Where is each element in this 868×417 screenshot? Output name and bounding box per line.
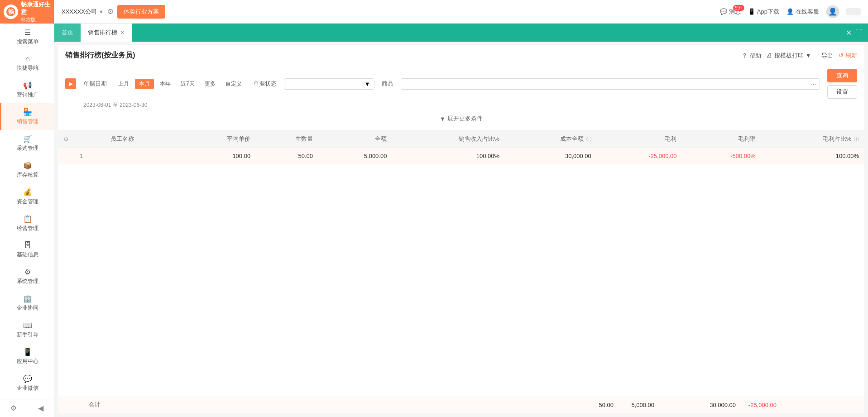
sidebar-icon-quick-nav: ⌂ [25, 55, 30, 63]
row-cost: 30,000.00 [505, 148, 597, 164]
sidebar-bottom: ⚙ ◀ [0, 399, 54, 417]
status-select[interactable]: ▼ [284, 78, 374, 90]
sidebar-icon-operation: 📋 [23, 215, 32, 223]
action-buttons: 查询 设置 [827, 69, 857, 99]
sidebar-icon-sales: 🏪 [23, 108, 32, 116]
sidebar-icon-finance: 💰 [23, 188, 32, 197]
company-name: XXXXXX公司 [62, 8, 97, 16]
sales-rank-tab-label: 销售排行榜 [88, 29, 117, 37]
sidebar-icon-marketing: 📢 [23, 81, 32, 90]
sidebar-label-sales: 销售管理 [17, 118, 38, 125]
sidebar-label-system: 系统管理 [17, 278, 38, 285]
sidebar-label-operation: 经营管理 [17, 225, 38, 232]
profit-pct-info-icon[interactable]: ⓘ [854, 136, 859, 142]
logo-text: 畅康通好生意 标准版 [21, 1, 50, 23]
status-dropdown-icon: ▼ [364, 81, 370, 87]
sidebar-icon-purchase: 🛒 [23, 134, 32, 143]
company-selector[interactable]: XXXXXX公司 ▼ [62, 8, 104, 16]
footer-label: 合计 [89, 401, 134, 409]
row-name [105, 148, 180, 164]
app-download-group[interactable]: 📱 App下载 [748, 8, 779, 16]
tab-sales-rank[interactable]: 销售排行榜 ✕ [81, 24, 132, 42]
date-tab-7days[interactable]: 近7天 [177, 79, 199, 89]
sidebar-item-marketing[interactable]: 📢 营销推广 [0, 77, 54, 103]
filter-expand-arrow[interactable]: ▶ [65, 78, 76, 89]
data-table: ⚙ 员工名称 平均单价 主数量 全额 销售收入占比% 成本全额 ⓘ 毛利 毛利率… [58, 130, 864, 164]
date-tab-more[interactable]: 更多 [201, 79, 220, 89]
avatar[interactable]: 👤 [826, 5, 839, 18]
refresh-button[interactable]: ↺ 刷新 [839, 52, 857, 60]
query-button[interactable]: 查询 [827, 69, 857, 82]
home-tab-label: 首页 [62, 29, 73, 37]
top-header: XXXXXX公司 ▼ ⚙ 体验行业方案 💬 消息 99+ 📱 App下载 👤 在… [54, 0, 868, 24]
footer-row: 合计 50.00 5,000.00 30,000.00 -25,000.00 [63, 401, 859, 409]
sidebar-label-wechat: 企业微信 [17, 384, 38, 392]
settings-small-button[interactable]: 设置 [827, 85, 857, 99]
svg-text:畅: 畅 [8, 8, 14, 15]
page-actions: ？ 帮助 🖨 按模板打印 ▼ ↑ 导出 ↺ 刷新 [742, 52, 857, 60]
col-sales-pct: 销售收入占比% [392, 130, 505, 148]
sidebar-item-operation[interactable]: 📋 经营管理 [0, 210, 54, 237]
sidebar-label-finance: 资金管理 [17, 198, 38, 206]
col-qty: 主数量 [256, 130, 318, 148]
sidebar-item-guide[interactable]: 📖 新手引导 [0, 316, 54, 343]
collapse-icon[interactable]: ◀ [38, 404, 43, 412]
sidebar-item-enterprise[interactable]: 🏢 企业协同 [0, 290, 54, 316]
sidebar-nav: ☰ 搜索菜单 ⌂ 快捷导航 📢 营销推广 🏪 销售管理 🛒 采购管理 📦 库存核… [0, 24, 54, 399]
sidebar-item-wechat[interactable]: 💬 企业微信 [0, 370, 54, 397]
sidebar-label-enterprise: 企业协同 [17, 304, 38, 312]
date-tab-current-year[interactable]: 本年 [156, 79, 175, 89]
tab-controls: ✕ ⛶ [840, 29, 868, 37]
sidebar-item-search-order[interactable]: ☰ 搜索菜单 [0, 24, 54, 50]
tab-close-window-icon[interactable]: ✕ [846, 29, 852, 37]
export-button[interactable]: ↑ 导出 [817, 52, 834, 60]
page-title: 销售排行榜(按业务员) [65, 51, 135, 60]
template-print-button[interactable]: 🖨 按模板打印 ▼ [767, 52, 811, 60]
expand-more-button[interactable]: ▼ 展开更多条件 [437, 112, 485, 125]
tab-close-icon[interactable]: ✕ [120, 29, 125, 36]
header-right: 💬 消息 99+ 📱 App下载 👤 在线客服 👤 [720, 5, 861, 18]
tab-expand-icon[interactable]: ⛶ [855, 29, 863, 37]
sidebar-label-quick-nav: 快捷导航 [17, 64, 38, 72]
sidebar-item-quick-nav[interactable]: ⌂ 快捷导航 [0, 50, 54, 77]
date-tab-custom[interactable]: 自定义 [221, 79, 246, 89]
col-settings[interactable]: ⚙ [58, 130, 74, 148]
col-settings-icon: ⚙ [63, 136, 69, 143]
col-cost: 成本全额 ⓘ [505, 130, 597, 148]
goods-select[interactable]: ··· [401, 78, 820, 90]
date-tab-prev-month[interactable]: 上月 [114, 79, 133, 89]
sidebar-item-finance[interactable]: 💰 资金管理 [0, 183, 54, 210]
sidebar-item-inventory[interactable]: 📦 库存核算 [0, 157, 54, 183]
app-icon: 📱 [748, 8, 755, 15]
table-header-row: ⚙ 员工名称 平均单价 主数量 全额 销售收入占比% 成本全额 ⓘ 毛利 毛利率… [58, 130, 864, 148]
print-dropdown-icon: ▼ [806, 52, 811, 59]
sidebar-item-basic-info[interactable]: 🗄 基础信息 [0, 237, 54, 263]
tab-home[interactable]: 首页 [54, 24, 81, 42]
goods-more-icon: ··· [811, 81, 816, 87]
col-amount: 全额 [318, 130, 392, 148]
settings-bottom-icon[interactable]: ⚙ [10, 404, 17, 412]
company-dropdown-icon: ▼ [99, 9, 104, 14]
cost-info-icon[interactable]: ⓘ [586, 136, 591, 142]
col-profit: 毛利 [597, 130, 682, 148]
sidebar-item-app-center[interactable]: 📱 应用中心 [0, 343, 54, 370]
trial-button[interactable]: 体验行业方案 [117, 5, 165, 19]
row-profit-pct: 100.00% [761, 148, 864, 164]
print-icon: 🖨 [767, 52, 772, 59]
help-button[interactable]: ？ 帮助 [742, 52, 761, 60]
goods-label: 商品 [382, 80, 393, 88]
footer-cost: 30,000.00 [700, 402, 741, 408]
sidebar-item-system[interactable]: ⚙ 系统管理 [0, 263, 54, 290]
header-settings-icon[interactable]: ⚙ [107, 7, 114, 16]
sidebar-item-purchase[interactable]: 🛒 采购管理 [0, 130, 54, 157]
date-tabs: 上月 本月 本年 近7天 更多 自定义 [114, 79, 246, 89]
sidebar-item-sales[interactable]: 🏪 销售管理 [0, 103, 54, 130]
message-icon: 💬 [720, 8, 727, 15]
online-support-group[interactable]: 👤 在线客服 [786, 8, 819, 16]
row-profit: -25,000.00 [597, 148, 682, 164]
date-tab-current-month[interactable]: 本月 [135, 79, 154, 89]
table-footer: 合计 50.00 5,000.00 30,000.00 -25,000.00 [58, 396, 864, 413]
table-row: 1 100.00 50.00 5,000.00 100.00% 30,000.0… [58, 148, 864, 164]
message-group[interactable]: 💬 消息 99+ [720, 8, 741, 16]
row-avg-price: 100.00 [181, 148, 256, 164]
